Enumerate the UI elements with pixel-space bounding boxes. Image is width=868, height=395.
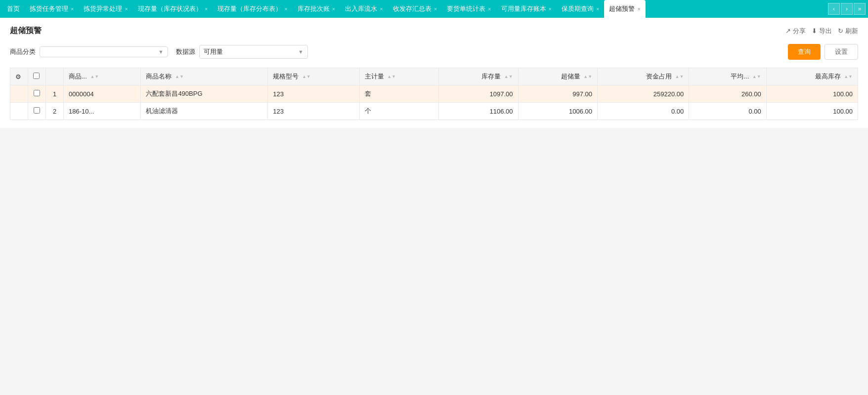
nav-item-close-10[interactable]: × (596, 6, 599, 12)
th-max-stock: 最高库存 ▲▼ (766, 68, 858, 85)
th-checkbox (28, 68, 46, 85)
nav-item-4[interactable]: 现存量（库存分布表）× (213, 0, 292, 18)
nav-next-arrow[interactable]: › (841, 3, 853, 15)
nav-item-close-7[interactable]: × (434, 6, 437, 12)
row-max-stock-1: 100.00 (766, 103, 858, 120)
table-body: 1 0000004 六配套新昌490BPG 123 套 1097.00 997.… (10, 85, 858, 120)
sort-icon-spec[interactable]: ▲▼ (302, 75, 311, 79)
nav-item-11[interactable]: 超储预警× (604, 0, 645, 18)
table-header-row: ⚙ 商品... ▲▼ 商品名称 ▲▼ 规格型号 ▲▼ (10, 68, 858, 85)
page-content: 超储预警 ↗ 分享 ⬇ 导出 ↻ 刷新 商品分类 ▼ 数据源 (0, 18, 868, 128)
row-capital-1: 0.00 (598, 103, 689, 120)
th-unit: 主计量 ▲▼ (359, 68, 439, 85)
sort-icon-product-code[interactable]: ▲▼ (90, 75, 99, 79)
datasource-select[interactable]: 可用量 ▼ (199, 45, 308, 59)
th-product-name: 商品名称 ▲▼ (141, 68, 268, 85)
nav-item-10[interactable]: 保质期查询× (557, 0, 604, 18)
select-all-checkbox[interactable] (33, 73, 40, 79)
row-avg-1: 0.00 (689, 103, 766, 120)
datasource-dropdown-arrow: ▼ (298, 49, 304, 55)
row-overstock-0: 997.00 (518, 85, 598, 103)
nav-item-close-9[interactable]: × (549, 6, 552, 12)
sort-icon-stock[interactable]: ▲▼ (504, 75, 513, 79)
category-dropdown-arrow: ▼ (158, 49, 164, 55)
nav-item-8[interactable]: 要货单统计表× (442, 0, 496, 18)
category-filter-group: 商品分类 ▼ (10, 46, 168, 57)
row-checkbox-1[interactable] (34, 107, 40, 114)
nav-arrows: ‹ › » (827, 3, 866, 15)
settings-button[interactable]: 设置 (825, 44, 858, 60)
table-row: 2 186-10... 机油滤清器 123 个 1106.00 1006.00 … (10, 103, 858, 120)
sort-icon-product-name[interactable]: ▲▼ (175, 75, 184, 79)
export-icon: ⬇ (812, 27, 817, 35)
nav-item-close-5[interactable]: × (332, 6, 335, 12)
row-max-stock-0: 100.00 (766, 85, 858, 103)
export-button[interactable]: ⬇ 导出 (812, 27, 832, 36)
row-product-name-0: 六配套新昌490BPG (141, 85, 268, 103)
row-product-code-1: 186-10... (64, 103, 141, 120)
nav-item-close-8[interactable]: × (488, 6, 491, 12)
nav-item-close-3[interactable]: × (205, 6, 208, 12)
nav-item-6[interactable]: 出入库流水× (340, 0, 388, 18)
row-checkbox-cell-1 (28, 103, 46, 120)
nav-prev-arrow[interactable]: ‹ (828, 3, 840, 15)
row-stock-1: 1106.00 (439, 103, 519, 120)
nav-item-close-6[interactable]: × (380, 6, 383, 12)
row-checkbox-0[interactable] (34, 90, 40, 96)
th-capital: 资金占用 ▲▼ (598, 68, 689, 85)
nav-item-close-2[interactable]: × (125, 6, 128, 12)
query-button[interactable]: 查询 (788, 44, 821, 60)
nav-item-7[interactable]: 收发存汇总表× (388, 0, 442, 18)
sort-icon-overstock[interactable]: ▲▼ (583, 75, 592, 79)
nav-item-close-4[interactable]: × (284, 6, 287, 12)
nav-item-2[interactable]: 拣货异常处理× (79, 0, 132, 18)
gear-icon[interactable]: ⚙ (15, 73, 21, 80)
header-actions: ↗ 分享 ⬇ 导出 ↻ 刷新 (785, 27, 858, 36)
page-title: 超储预警 (10, 26, 42, 36)
datasource-label: 数据源 (176, 47, 195, 56)
th-overstock: 超储量 ▲▼ (518, 68, 598, 85)
row-unit-1: 个 (359, 103, 439, 120)
nav-item-1[interactable]: 拣货任务管理× (25, 0, 79, 18)
th-spec: 规格型号 ▲▼ (268, 68, 359, 85)
nav-item-5[interactable]: 库存批次账× (293, 0, 340, 18)
sort-icon-capital[interactable]: ▲▼ (675, 75, 684, 79)
row-checkbox-cell-0 (28, 85, 46, 103)
filter-row: 商品分类 ▼ 数据源 可用量 ▼ 查询 设置 (10, 44, 858, 60)
row-gear-1 (10, 103, 28, 120)
nav-item-0[interactable]: 首页 (2, 0, 25, 18)
sort-icon-avg[interactable]: ▲▼ (752, 75, 761, 79)
th-product-code: 商品... ▲▼ (64, 68, 141, 85)
row-capital-0: 259220.00 (598, 85, 689, 103)
row-overstock-1: 1006.00 (518, 103, 598, 120)
row-spec-1: 123 (268, 103, 359, 120)
row-unit-0: 套 (359, 85, 439, 103)
page-header: 超储预警 ↗ 分享 ⬇ 导出 ↻ 刷新 (10, 26, 858, 36)
row-stock-0: 1097.00 (439, 85, 519, 103)
nav-item-3[interactable]: 现存量（库存状况表）× (133, 0, 213, 18)
sort-icon-unit[interactable]: ▲▼ (387, 75, 396, 79)
refresh-button[interactable]: ↻ 刷新 (838, 27, 858, 36)
row-avg-0: 260.00 (689, 85, 766, 103)
row-num-0: 1 (46, 85, 64, 103)
nav-more-arrow[interactable]: » (854, 3, 866, 15)
row-product-code-0: 0000004 (64, 85, 141, 103)
category-select[interactable]: ▼ (40, 46, 168, 57)
share-button[interactable]: ↗ 分享 (785, 27, 806, 36)
category-label: 商品分类 (10, 47, 36, 56)
share-icon: ↗ (785, 27, 791, 35)
th-row-num (46, 68, 64, 85)
row-spec-0: 123 (268, 85, 359, 103)
nav-item-close-1[interactable]: × (71, 6, 74, 12)
top-navigation: 首页拣货任务管理×拣货异常处理×现存量（库存状况表）×现存量（库存分布表）×库存… (0, 0, 868, 18)
data-table: ⚙ 商品... ▲▼ 商品名称 ▲▼ 规格型号 ▲▼ (10, 68, 858, 120)
th-stock: 库存量 ▲▼ (439, 68, 519, 85)
th-gear: ⚙ (10, 68, 28, 85)
refresh-icon: ↻ (838, 27, 843, 35)
table-row: 1 0000004 六配套新昌490BPG 123 套 1097.00 997.… (10, 85, 858, 103)
action-buttons: 查询 设置 (788, 44, 858, 60)
datasource-select-value: 可用量 (204, 47, 223, 56)
nav-item-close-11[interactable]: × (637, 6, 640, 12)
nav-item-9[interactable]: 可用量库存账本× (496, 0, 557, 18)
sort-icon-max-stock[interactable]: ▲▼ (844, 75, 853, 79)
